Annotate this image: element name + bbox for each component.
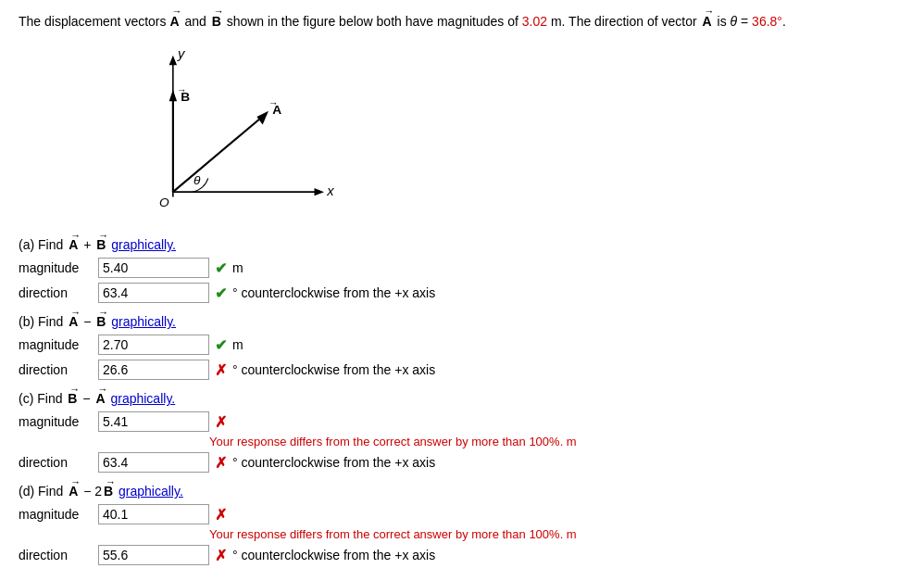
svg-marker-8 [169, 90, 177, 102]
vec-a-header: → A [169, 11, 179, 32]
figure: x y O B → A → θ [93, 41, 370, 226]
svg-text:O: O [159, 196, 169, 209]
problem-header: The displacement vectors → A and → B sho… [19, 11, 905, 32]
svg-text:→: → [177, 84, 187, 95]
label-magnitude-c: magnitude [19, 414, 93, 429]
label-direction-d: direction [19, 548, 93, 562]
input-direction-c[interactable] [98, 452, 209, 473]
label-direction-a: direction [19, 285, 93, 300]
cross-direction-b: ✗ [215, 361, 227, 379]
part-a-graphically: graphically. [111, 237, 176, 252]
input-direction-a[interactable] [98, 283, 209, 303]
vec-a-header2: → A [703, 11, 712, 32]
svg-text:x: x [326, 184, 334, 199]
part-a-direction-row: direction ✔ ° counterclockwise from the … [19, 283, 905, 303]
magnitude-value: 3.02 [522, 14, 547, 29]
part-d: (d) Find → A − 2 → B graphically. magnit… [19, 484, 905, 565]
parts-container: (a) Find → A + → B graphically. magnitud… [19, 237, 905, 565]
svg-text:y: y [177, 46, 186, 61]
check-magnitude-b: ✔ [215, 336, 227, 354]
part-b-magnitude-row: magnitude ✔ m [19, 335, 905, 355]
svg-text:θ: θ [194, 173, 201, 187]
theta-symbol: θ [730, 14, 738, 29]
svg-marker-1 [169, 56, 177, 66]
part-d-graphically: graphically. [119, 484, 183, 499]
cross-magnitude-d: ✗ [215, 506, 227, 524]
unit-direction-d: ° counterclockwise from the +x axis [232, 548, 435, 562]
input-magnitude-d[interactable] [98, 504, 209, 524]
check-direction-a: ✔ [215, 284, 227, 302]
label-magnitude-d: magnitude [19, 507, 93, 522]
part-b-direction-row: direction ✗ ° counterclockwise from the … [19, 360, 905, 380]
label-magnitude-b: magnitude [19, 337, 93, 352]
part-c-direction-row: direction ✗ ° counterclockwise from the … [19, 452, 905, 473]
part-d-magnitude-row: magnitude ✗ [19, 504, 905, 524]
input-direction-b[interactable] [98, 360, 209, 380]
unit-direction-b: ° counterclockwise from the +x axis [232, 362, 435, 377]
input-magnitude-b[interactable] [98, 335, 209, 355]
input-direction-d[interactable] [98, 545, 209, 565]
check-magnitude-a: ✔ [215, 259, 227, 277]
input-magnitude-c[interactable] [98, 411, 209, 432]
error-magnitude-c: Your response differs from the correct a… [209, 435, 905, 448]
vector-diagram: x y O B → A → θ [93, 41, 370, 226]
input-magnitude-a[interactable] [98, 258, 209, 278]
part-c: (c) Find → B − → A graphically. magnitud… [19, 391, 905, 473]
unit-magnitude-a: m [232, 260, 243, 275]
error-magnitude-d: Your response differs from the correct a… [209, 527, 905, 541]
part-c-magnitude-row: magnitude ✗ [19, 411, 905, 432]
svg-marker-3 [314, 188, 324, 196]
part-c-graphically: graphically. [110, 391, 175, 406]
cross-direction-c: ✗ [215, 454, 227, 472]
part-c-title: (c) Find → B − → A graphically. [19, 391, 905, 406]
cross-direction-d: ✗ [215, 547, 227, 564]
svg-marker-12 [256, 111, 268, 125]
theta-value: 36.8° [752, 14, 782, 29]
vec-b-header: → B [212, 11, 221, 32]
part-b: (b) Find → A − → B graphically. magnitud… [19, 314, 905, 380]
and-text: and [184, 14, 206, 29]
svg-line-11 [173, 114, 266, 192]
unit-magnitude-b: m [232, 337, 243, 352]
unit-direction-c: ° counterclockwise from the +x axis [232, 455, 435, 470]
part-d-direction-row: direction ✗ ° counterclockwise from the … [19, 545, 905, 565]
cross-magnitude-c: ✗ [215, 413, 227, 431]
part-a-title: (a) Find → A + → B graphically. [19, 237, 905, 252]
part-a-magnitude-row: magnitude ✔ m [19, 258, 905, 278]
part-d-title: (d) Find → A − 2 → B graphically. [19, 484, 905, 499]
label-direction-c: direction [19, 455, 93, 470]
part-b-title: (b) Find → A − → B graphically. [19, 314, 905, 329]
part-b-graphically: graphically. [111, 314, 176, 329]
unit-direction-a: ° counterclockwise from the +x axis [232, 285, 435, 300]
svg-text:→: → [268, 97, 279, 108]
label-magnitude-a: magnitude [19, 260, 93, 275]
part-a: (a) Find → A + → B graphically. magnitud… [19, 237, 905, 303]
label-direction-b: direction [19, 362, 93, 377]
